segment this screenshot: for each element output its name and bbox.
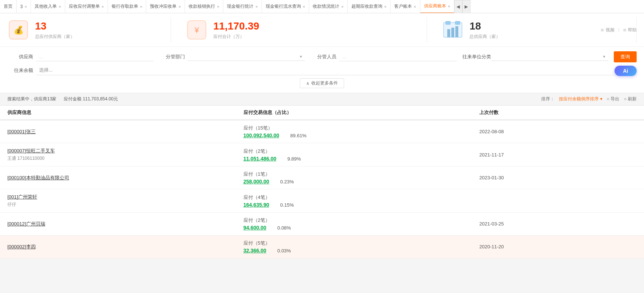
nav-tab-ar-ap-adjust[interactable]: 应收应付调整单 ×: [65, 0, 108, 13]
supplier-filter: 供应商: [7, 52, 154, 61]
close-icon[interactable]: ×: [341, 4, 343, 9]
search-button[interactable]: 查询: [614, 51, 637, 62]
total-payable-icon: ¥: [186, 19, 208, 41]
nav-tab-collection-exec[interactable]: 收款核销执行 ×: [185, 0, 223, 13]
nav-prev-arrow[interactable]: ◀: [454, 0, 462, 13]
tx-label: 应付（15笔）: [244, 125, 480, 131]
help-icon: ⊙: [623, 27, 627, 32]
help-link[interactable]: ⊙ 帮助: [623, 27, 637, 33]
close-icon[interactable]: ×: [255, 4, 258, 9]
nav-tab-supplier-ledger[interactable]: 供应商账本 ×: [420, 0, 454, 13]
supplier-link[interactable]: [000002]李四: [7, 244, 244, 250]
supplier-link[interactable]: [000001]张三: [7, 128, 244, 135]
export-button[interactable]: ○ 导出: [607, 96, 620, 102]
supplier-input[interactable]: [36, 52, 154, 61]
tx-percent: 89.61%: [290, 133, 307, 138]
nav-tab-overdue-ar[interactable]: 超期应收款查询 ×: [348, 0, 391, 13]
last-pay-cell: 2021-03-25: [479, 221, 637, 227]
refresh-icon: ○: [624, 96, 626, 101]
supplier-link[interactable]: [000007]恒旺二手叉车: [7, 148, 244, 154]
close-icon[interactable]: ×: [303, 4, 305, 9]
summary-bar: 💰 13 总应付供应商（家） ¥ 11,170.39 应付合计（万）: [0, 13, 644, 47]
svg-text:💰: 💰: [14, 25, 24, 35]
nav-tab-customer-ledger[interactable]: 客户账本 ×: [391, 0, 420, 13]
close-icon[interactable]: ×: [25, 4, 27, 9]
table-header: 供应商信息 应付交易信息（占比） 上次付数: [0, 106, 644, 120]
tx-percent: 9.89%: [287, 156, 301, 162]
tx-amount-link[interactable]: 32,366.00: [244, 248, 266, 254]
tx-percent: 0.15%: [280, 202, 294, 208]
tx-amount-link[interactable]: 258,000.00: [244, 179, 269, 185]
tx-label: 应付（2笔）: [244, 148, 480, 155]
ai-assistant-button[interactable]: Ai: [615, 66, 637, 76]
table-row: [001]广州荣轩 仔仔 应付（4笔） 164,635.90 0.15%: [0, 189, 644, 213]
nav-tab-cash-bank-flow[interactable]: 现金银行流水查询 ×: [262, 0, 309, 13]
transaction-cell: 应付（15笔） 100,092,540.00 89.61%: [244, 125, 480, 138]
total-supplier-icon: [442, 19, 464, 41]
tx-amount-link[interactable]: 94,600.00: [244, 225, 266, 231]
close-icon[interactable]: ×: [59, 4, 61, 9]
sort-select[interactable]: 按应付余额倒序排序 ▾: [559, 96, 602, 102]
close-icon[interactable]: ×: [140, 4, 142, 9]
close-icon[interactable]: ×: [384, 4, 386, 9]
supplier-link[interactable]: [000100]本特勤油品有限公司: [7, 175, 244, 181]
tx-amount-link[interactable]: 11,051,486.00: [244, 156, 277, 162]
chevron-down-icon: ▾: [300, 54, 302, 59]
nav-next-arrow[interactable]: ▶: [462, 0, 470, 13]
table-row: [000012]广州贝瑞 应付（2笔） 94,600.00 0.08% 2021…: [0, 213, 644, 235]
supplier-link[interactable]: [000012]广州贝瑞: [7, 221, 244, 227]
nav-tab-collection-stats[interactable]: 收款情况统计 ×: [309, 0, 347, 13]
tx-amount-link[interactable]: 164,635.90: [244, 202, 269, 208]
nav-tab-bank-deposit[interactable]: 银行存取款单 ×: [108, 0, 146, 13]
person-filter: 分管人员: [311, 52, 457, 61]
refresh-button[interactable]: ○ 刷新: [624, 96, 637, 102]
svg-rect-5: [447, 29, 450, 37]
svg-rect-8: [445, 21, 451, 25]
col-header-transaction: 应付交易信息（占比）: [244, 109, 480, 116]
result-actions: 排序： 按应付余额倒序排序 ▾ ○ 导出 ○ 刷新: [541, 96, 637, 102]
video-link[interactable]: ⊙ 视频: [601, 27, 614, 33]
summary-card-total-payable: ¥ 11,170.39 应付合计（万）: [171, 17, 427, 43]
tx-percent: 0.08%: [277, 225, 291, 231]
nav-tab-other-income[interactable]: 其他收入单 ×: [31, 0, 65, 13]
top-navigation: 首页 3 × 其他收入单 × 应收应付调整单 × 银行存取款单 × 预收冲应收单…: [0, 0, 644, 13]
transaction-cell: 应付（2笔） 11,051,486.00 9.89%: [244, 148, 480, 162]
export-icon: ○: [607, 96, 609, 101]
supplier-cell: [000007]恒旺二手叉车 王通 17106110000: [7, 148, 244, 162]
close-icon[interactable]: ×: [414, 4, 416, 9]
supplier-cell: [000100]本特勤油品有限公司: [7, 175, 244, 181]
collapse-icon: ∧: [306, 81, 309, 86]
person-input[interactable]: [339, 52, 457, 61]
data-table: 供应商信息 应付交易信息（占比） 上次付数 [000001]张三 应付（15笔）…: [0, 106, 644, 258]
col-header-last-pay: 上次付数: [479, 109, 637, 116]
filter-row-2: 往来余额 选择... ▾: [7, 65, 637, 75]
supplier-sub: 仔仔: [7, 201, 244, 208]
summary-card-payable-content: 13 总应付供应商（家）: [35, 20, 75, 40]
balance-filter: 往来余额 选择... ▾: [7, 65, 637, 75]
supplier-sub: 王通 17106110000: [7, 155, 244, 162]
summary-card-total-content: 11,170.39 应付合计（万）: [213, 20, 259, 40]
category-dropdown[interactable]: ▾: [491, 53, 609, 61]
summary-card-total-supplier-content: 18 总供应商（家）: [469, 20, 500, 40]
close-icon[interactable]: ×: [448, 4, 450, 8]
close-icon[interactable]: ×: [102, 4, 104, 9]
nav-tab-cash-bank-stats[interactable]: 现金银行统计 ×: [223, 0, 262, 13]
filter-area: 供应商 分管部门 ▾ 分管人员 往来单位分类 ▾ 查询: [0, 47, 644, 93]
nav-tab-home[interactable]: 首页: [0, 0, 17, 13]
balance-dropdown[interactable]: 选择... ▾: [36, 65, 637, 75]
nav-tab-advance-offset[interactable]: 预收冲应收单 ×: [146, 0, 185, 13]
close-icon[interactable]: ×: [217, 4, 219, 9]
collapse-button[interactable]: ∧ 收起更多条件: [300, 78, 344, 88]
payable-supplier-icon: 💰: [7, 19, 29, 41]
tx-label: 应付（1笔）: [244, 171, 480, 177]
supplier-link[interactable]: [001]广州荣轩: [7, 194, 244, 200]
filter-row-1: 供应商 分管部门 ▾ 分管人员 往来单位分类 ▾ 查询: [7, 51, 637, 62]
department-dropdown[interactable]: ▾: [188, 53, 305, 61]
sort-label: 排序：: [541, 96, 554, 102]
transaction-cell: 应付（2笔） 94,600.00 0.08%: [244, 217, 480, 231]
table-row: [000100]本特勤油品有限公司 应付（1笔） 258,000.00 0.23…: [0, 166, 644, 189]
tx-amount-link[interactable]: 100,092,540.00: [244, 132, 279, 138]
close-icon[interactable]: ×: [178, 4, 181, 9]
chevron-down-icon: ▾: [603, 54, 605, 59]
nav-tab-3[interactable]: 3 ×: [17, 0, 31, 13]
